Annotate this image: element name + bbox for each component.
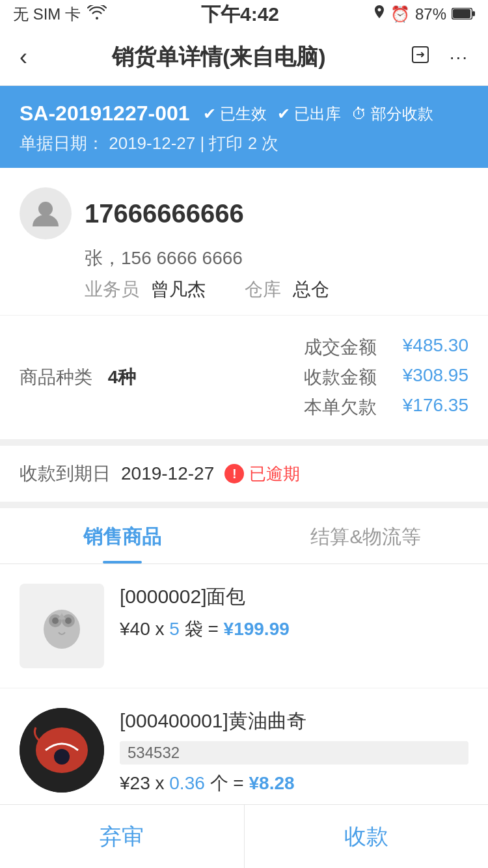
wifi-icon — [87, 5, 107, 23]
battery-text: 87% — [415, 5, 446, 23]
battery-icon — [452, 5, 475, 23]
due-label: 收款到期日 — [20, 461, 111, 486]
nav-actions: ··· — [411, 45, 468, 69]
svg-point-4 — [38, 202, 53, 216]
product-total-1: ¥199.99 — [224, 619, 290, 639]
amount-row: 成交金额 ¥485.30 — [304, 335, 468, 360]
product-qty-1: 5 — [169, 619, 180, 639]
clock-icon: ⏱ — [351, 105, 367, 123]
confirm-button[interactable]: 收款 — [245, 805, 489, 868]
debt-label: 本单欠款 — [304, 395, 377, 420]
category-label: 商品种类 — [20, 367, 92, 387]
status-left: 无 SIM 卡 — [13, 4, 107, 25]
more-icon[interactable]: ··· — [450, 47, 468, 68]
salesman-value: 曾凡杰 — [151, 279, 206, 299]
page-title: 销货单详情(来自电脑) — [112, 42, 326, 72]
category-count: 4种 — [108, 367, 137, 387]
cancel-button[interactable]: 弃审 — [0, 805, 245, 868]
location-icon — [373, 5, 385, 23]
amount-label: 成交金额 — [304, 335, 377, 360]
product-name-1: [0000002]面包 — [120, 584, 468, 610]
product-list: [0000002]面包 ¥40 x 5 袋 = ¥199.99 — [0, 564, 488, 816]
badge-partial: ⏱ 部分收款 — [351, 103, 433, 124]
nav-bar: ‹ 销货单详情(来自电脑) ··· — [0, 29, 488, 86]
received-value: ¥308.95 — [403, 365, 468, 390]
tabs-section: 销售商品 结算&物流等 — [0, 508, 488, 564]
product-info-2: [000400001]黄油曲奇 534532 ¥23 x 0.36 个 = ¥8… — [120, 708, 468, 796]
avatar — [20, 187, 72, 239]
customer-section: 17666666666 张，156 6666 6666 业务员 曾凡杰 仓库 总… — [0, 168, 488, 316]
tab-products[interactable]: 销售商品 — [0, 508, 244, 563]
badge-effective: ✔ 已生效 — [203, 103, 267, 124]
product-item-2: [000400001]黄油曲奇 534532 ¥23 x 0.36 个 = ¥8… — [0, 688, 488, 816]
product-total-2: ¥8.28 — [249, 773, 294, 793]
badge-shipped: ✔ 已出库 — [277, 103, 341, 124]
salesman-label: 业务员 — [85, 279, 139, 299]
product-image-1 — [20, 584, 104, 668]
debt-value: ¥176.35 — [403, 395, 468, 420]
carrier-text: 无 SIM 卡 — [13, 4, 81, 25]
bottom-bar: 弃审 收款 — [0, 804, 488, 868]
svg-rect-1 — [472, 11, 475, 16]
product-info-1: [0000002]面包 ¥40 x 5 袋 = ¥199.99 — [120, 584, 468, 642]
check-icon-2: ✔ — [277, 105, 290, 123]
product-name-2: [000400001]黄油曲奇 — [120, 708, 468, 735]
svg-rect-2 — [453, 9, 470, 18]
back-button[interactable]: ‹ — [20, 44, 27, 71]
category-stats: 商品种类 4种 — [20, 365, 136, 390]
overdue-badge: ! 已逾期 — [224, 463, 300, 485]
warehouse-label: 仓库 — [245, 279, 281, 299]
share-icon[interactable] — [411, 45, 430, 69]
product-price-2: ¥23 x 0.36 个 = ¥8.28 — [120, 771, 468, 796]
overdue-icon: ! — [224, 464, 244, 483]
product-image-2 — [20, 708, 104, 793]
status-time: 下午4:42 — [201, 1, 279, 28]
order-banner: SA-20191227-001 ✔ 已生效 ✔ 已出库 ⏱ 部分收款 单据日期：… — [0, 86, 488, 168]
tab-settlement[interactable]: 结算&物流等 — [244, 508, 488, 563]
received-label: 收款金额 — [304, 365, 377, 390]
product-item: [0000002]面包 ¥40 x 5 袋 = ¥199.99 — [0, 564, 488, 688]
alarm-icon: ⏰ — [390, 5, 410, 23]
svg-point-9 — [65, 617, 72, 624]
customer-name: 17666666666 — [85, 199, 244, 228]
due-section: 收款到期日 2019-12-27 ! 已逾期 — [0, 446, 488, 508]
customer-meta: 业务员 曾凡杰 仓库 总仓 — [85, 277, 468, 302]
product-qty-2: 0.36 — [169, 773, 205, 793]
svg-point-13 — [54, 749, 70, 765]
amount-value: ¥485.30 — [403, 335, 468, 360]
status-right: ⏰ 87% — [373, 5, 475, 23]
status-bar: 无 SIM 卡 下午4:42 ⏰ 87% — [0, 0, 488, 29]
product-price-1: ¥40 x 5 袋 = ¥199.99 — [120, 617, 468, 642]
product-sku-2: 534532 — [120, 741, 468, 765]
svg-point-8 — [52, 617, 59, 624]
order-date: 单据日期： 2019-12-27 | 打印 2 次 — [20, 132, 468, 155]
received-row: 收款金额 ¥308.95 — [304, 365, 468, 390]
overdue-text: 已逾期 — [249, 463, 300, 485]
due-date: 2019-12-27 — [121, 463, 214, 484]
warehouse-value: 总仓 — [293, 279, 329, 299]
debt-row: 本单欠款 ¥176.35 — [304, 395, 468, 420]
check-icon-1: ✔ — [203, 105, 216, 123]
order-id: SA-20191227-001 — [20, 102, 190, 126]
stats-section: 商品种类 4种 成交金额 ¥485.30 收款金额 ¥308.95 本单欠款 ¥… — [0, 316, 488, 446]
customer-contact: 张，156 6666 6666 — [85, 246, 468, 271]
